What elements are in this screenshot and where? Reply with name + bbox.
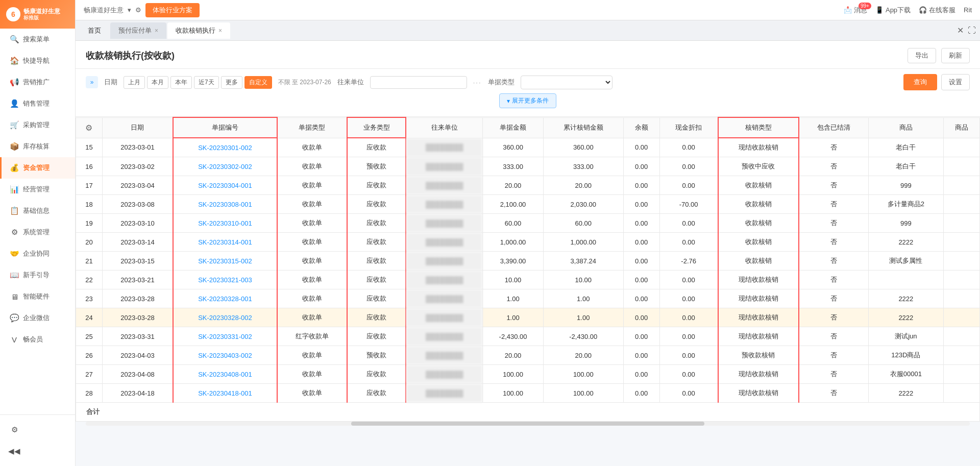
topbar-gear-icon[interactable]: ⚙ bbox=[135, 6, 141, 14]
td-cancel_type: 现结收款核销 bbox=[718, 365, 799, 384]
sidebar-item-search[interactable]: 🔍 搜索菜单 bbox=[0, 29, 75, 50]
message-badge: 99+ bbox=[859, 3, 871, 9]
td-cumulative: 100.00 bbox=[543, 365, 623, 384]
sidebar-item-basic[interactable]: 📋 基础信息 bbox=[0, 200, 75, 222]
sidebar-item-label: 畅会员 bbox=[23, 335, 43, 344]
sidebar-item-wechat[interactable]: 💬 企业微信 bbox=[0, 307, 75, 329]
doc-no-link[interactable]: SK-20230315-002 bbox=[198, 257, 252, 265]
tab-fullscreen-icon[interactable]: ⛶ bbox=[968, 26, 976, 35]
td-date: 2023-03-04 bbox=[102, 176, 173, 195]
refresh-btn[interactable]: 刷新 bbox=[941, 48, 970, 63]
tab-receipt-exec-close[interactable]: × bbox=[218, 27, 222, 34]
filter-query-btn[interactable]: 查询 bbox=[903, 74, 937, 90]
td-cumulative: 60.00 bbox=[543, 214, 623, 233]
tab-close-icon[interactable]: ✕ bbox=[957, 26, 964, 35]
sidebar-item-finance[interactable]: 💰 资金管理 bbox=[0, 157, 75, 179]
filter-partner-input[interactable] bbox=[370, 76, 467, 89]
doc-no-link[interactable]: SK-20230321-003 bbox=[198, 276, 252, 284]
doc-no-link[interactable]: SK-20230408-001 bbox=[198, 371, 252, 378]
filter-date-last-month[interactable]: 上月 bbox=[124, 76, 145, 89]
sidebar-item-enterprise[interactable]: 🤝 企业协同 bbox=[0, 243, 75, 264]
td-doc_no: SK-20230310-001 bbox=[173, 214, 277, 233]
doc-no-link[interactable]: SK-20230301-002 bbox=[198, 144, 252, 152]
topbar-user-avatar[interactable]: Rit bbox=[964, 6, 972, 14]
filter-date-custom[interactable]: 自定义 bbox=[244, 76, 272, 89]
tab-pre-payment-close[interactable]: × bbox=[155, 27, 158, 34]
system-icon: ⚙ bbox=[10, 228, 19, 237]
filter-setting-btn[interactable]: 设置 bbox=[941, 74, 970, 90]
td-doc_type: 收款单 bbox=[277, 346, 347, 365]
sidebar-item-member[interactable]: V 畅会员 bbox=[0, 329, 75, 350]
td-settings: 23 bbox=[76, 289, 103, 308]
doc-no-link[interactable]: SK-20230331-002 bbox=[198, 333, 252, 340]
filter-date-this-year[interactable]: 本年 bbox=[170, 76, 192, 89]
sidebar-item-purchase[interactable]: 🛒 采购管理 bbox=[0, 114, 75, 136]
scrollbar-thumb[interactable] bbox=[351, 422, 705, 426]
td-doc_amount: 2,100.00 bbox=[483, 195, 544, 214]
td-date: 2023-03-02 bbox=[102, 157, 173, 176]
th-goods: 商品 bbox=[868, 117, 943, 138]
tab-pre-payment[interactable]: 预付应付单 × bbox=[110, 22, 166, 39]
doc-no-link[interactable]: SK-20230304-001 bbox=[198, 182, 252, 189]
doc-no-link[interactable]: SK-20230418-001 bbox=[198, 389, 252, 397]
filter-expand-btn[interactable]: » bbox=[86, 76, 98, 88]
doc-no-link[interactable]: SK-20230403-002 bbox=[198, 352, 252, 359]
sidebar-item-label: 企业微信 bbox=[23, 313, 50, 323]
td-settings: 21 bbox=[76, 252, 103, 271]
doc-no-link[interactable]: SK-20230314-001 bbox=[198, 238, 252, 246]
sidebar-item-inventory[interactable]: 📦 库存核算 bbox=[0, 136, 75, 157]
sidebar-collapse[interactable]: ◀◀ bbox=[0, 440, 75, 462]
doc-no-link[interactable]: SK-20230302-002 bbox=[198, 163, 252, 170]
td-cash_discount: 0.00 bbox=[659, 327, 718, 346]
page-title: 收款核销执行(按收款) bbox=[86, 50, 175, 62]
table-row: 162023-03-02SK-20230302-002收款单预收款███████… bbox=[76, 157, 980, 176]
sidebar-item-quick-nav[interactable]: 🏠 快捷导航 bbox=[0, 50, 75, 71]
doc-no-link[interactable]: SK-20230328-001 bbox=[198, 295, 252, 303]
sidebar-item-system[interactable]: ⚙ 系统管理 bbox=[0, 222, 75, 243]
topbar-app-download[interactable]: 📱 App下载 bbox=[875, 6, 911, 15]
td-date: 2023-03-10 bbox=[102, 214, 173, 233]
doc-no-link[interactable]: SK-20230308-001 bbox=[198, 201, 252, 208]
horizontal-scrollbar[interactable] bbox=[86, 422, 970, 426]
td-date: 2023-03-15 bbox=[102, 252, 173, 271]
filter-area: » 日期 上月 本月 本年 近7天 更多 自定义 不限 至 2023-07-26… bbox=[76, 69, 980, 117]
table-area: ⚙日期单据编号单据类型业务类型往来单位单据金额累计核销金额余额现金折扣核销类型包… bbox=[76, 117, 980, 466]
export-btn[interactable]: 导出 bbox=[908, 48, 936, 63]
sidebar-item-label: 新手引导 bbox=[23, 271, 50, 280]
marketing-icon: 📢 bbox=[10, 78, 19, 87]
topbar-message[interactable]: 📩 消息 99+ bbox=[844, 6, 867, 15]
doc-no-link[interactable]: SK-20230310-001 bbox=[198, 219, 252, 227]
sidebar-item-marketing[interactable]: 📢 营销推广 bbox=[0, 71, 75, 93]
tab-receipt-exec[interactable]: 收款核销执行 × bbox=[167, 22, 230, 39]
topbar-dropdown[interactable]: ▾ bbox=[128, 6, 131, 14]
industry-solution-btn[interactable]: 体验行业方案 bbox=[145, 3, 200, 17]
td-goods: 老白干 bbox=[868, 138, 943, 157]
filter-date-7days[interactable]: 近7天 bbox=[194, 76, 219, 89]
chevron-down-icon: ▾ bbox=[128, 6, 131, 14]
sidebar-item-sales[interactable]: 👤 销售管理 bbox=[0, 93, 75, 114]
td-date: 2023-03-28 bbox=[102, 289, 173, 308]
td-doc_type: 收款单 bbox=[277, 384, 347, 403]
td-cumulative: 1,000.00 bbox=[543, 233, 623, 252]
td-doc_type: 收款单 bbox=[277, 308, 347, 327]
td-cancel_type: 预收中应收 bbox=[718, 157, 799, 176]
filter-doc-type-select[interactable] bbox=[521, 76, 612, 89]
td-include_settled: 否 bbox=[799, 365, 868, 384]
table-settings-icon[interactable]: ⚙ bbox=[85, 124, 92, 132]
filter-date-this-month[interactable]: 本月 bbox=[147, 76, 168, 89]
doc-no-link[interactable]: SK-20230328-002 bbox=[198, 314, 252, 322]
filter-expand-more-btn[interactable]: ▾ 展开更多条件 bbox=[499, 93, 556, 108]
sidebar-item-guide[interactable]: 📖 新手引导 bbox=[0, 264, 75, 286]
inventory-icon: 📦 bbox=[10, 142, 19, 151]
sidebar-settings[interactable]: ⚙ bbox=[0, 419, 75, 440]
topbar-online-service[interactable]: 🎧 在线客服 bbox=[919, 6, 955, 15]
td-cancel_type: 现结收款核销 bbox=[718, 138, 799, 157]
tab-home[interactable]: 首页 bbox=[80, 22, 109, 39]
sidebar-item-label: 采购管理 bbox=[23, 120, 50, 130]
sidebar-item-hardware[interactable]: 🖥 智能硬件 bbox=[0, 286, 75, 307]
filter-date-more[interactable]: 更多 bbox=[221, 76, 242, 89]
td-doc_amount: 20.00 bbox=[483, 176, 544, 195]
td-doc_amount: 333.00 bbox=[483, 157, 544, 176]
sidebar-item-operation[interactable]: 📊 经营管理 bbox=[0, 179, 75, 200]
th-cash_discount: 现金折扣 bbox=[659, 117, 718, 138]
